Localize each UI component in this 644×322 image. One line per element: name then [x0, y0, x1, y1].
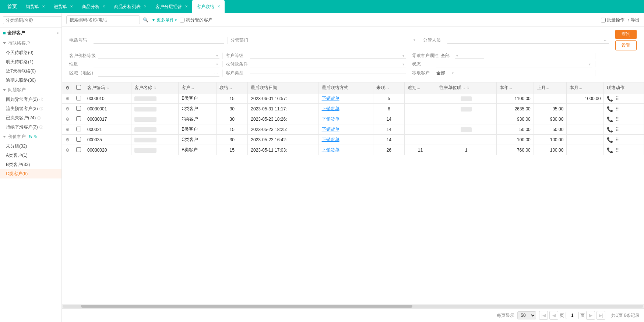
cust-level-select[interactable] [250, 53, 406, 59]
contact-method-link[interactable]: 下销货单 [322, 137, 339, 142]
batch-op-checkbox[interactable] [601, 18, 606, 22]
prev-page-button[interactable]: ◀ [549, 311, 558, 320]
horizontal-scrollbar[interactable] [62, 304, 644, 308]
th-gear[interactable]: ⚙ [62, 82, 73, 93]
sidebar-item-b-class[interactable]: B类客户(33) [0, 160, 61, 169]
first-page-button[interactable]: |◀ [539, 311, 548, 320]
contact-method-link[interactable]: 下销货单 [322, 116, 339, 121]
close-icon[interactable]: ✕ [42, 0, 45, 13]
more-actions-icon[interactable]: ⠿ [615, 106, 619, 112]
my-customers-checkbox-input[interactable] [180, 18, 184, 22]
dots-icon[interactable]: ··· [214, 70, 218, 75]
sidebar-value-title[interactable]: 价值客户 ↻ ✎ [0, 132, 61, 142]
more-actions-icon[interactable]: ⠿ [615, 137, 619, 143]
th-this-year[interactable]: 本年... [496, 82, 534, 93]
th-name[interactable]: 客户名称 ⇅ [131, 82, 179, 93]
th-last-contact-date[interactable]: 最后联络日期 [248, 82, 319, 93]
phone-icon[interactable]: 📞 [607, 106, 613, 112]
payment-select[interactable] [250, 61, 406, 67]
row-checkbox[interactable] [73, 114, 84, 124]
close-icon[interactable]: ✕ [102, 0, 105, 13]
search-input[interactable] [66, 15, 140, 24]
sidebar-item-today-pending[interactable]: 今天待联络(0) [0, 48, 61, 57]
sidebar-problem-title[interactable]: 问题客户 [0, 85, 61, 95]
sidebar-item-overdue-pending[interactable]: 逾期未联络(30) [0, 76, 61, 85]
phone-icon[interactable]: 📞 [607, 137, 613, 143]
row-last-contact-method[interactable]: 下销货单 [319, 145, 373, 155]
nature-select[interactable] [94, 61, 219, 67]
nav-tab-商品分析列表[interactable]: 商品分析列表 ✕ [110, 0, 151, 13]
dots-icon[interactable]: ··· [604, 38, 608, 43]
sidebar-item-a-class[interactable]: A类客户(1) [0, 151, 61, 160]
th-not-contacted[interactable]: 未联... [373, 82, 405, 93]
phone-icon[interactable]: 📞 [607, 96, 613, 102]
row-last-contact-method[interactable]: 下销货单 [319, 124, 373, 135]
nav-home[interactable]: 首页 [3, 0, 21, 13]
row-gear[interactable]: ⚙ [62, 135, 73, 145]
row-last-contact-method[interactable]: 下销货单 [319, 114, 373, 124]
select-all-checkbox[interactable] [76, 85, 81, 90]
batch-op-button[interactable]: 批量操作 [601, 17, 624, 23]
phone-icon[interactable]: 📞 [607, 127, 613, 132]
contact-method-link[interactable]: 下销货单 [322, 127, 339, 132]
manager-select[interactable]: ··· [447, 37, 609, 44]
row-gear[interactable]: ⚙ [62, 104, 73, 114]
per-page-select[interactable]: 50 100 200 [517, 311, 536, 319]
sidebar-item-7day-pending[interactable]: 近7天待联络(0) [0, 67, 61, 76]
row-checkbox[interactable] [73, 135, 84, 145]
edit-icon[interactable]: ✎ [34, 134, 38, 139]
retail-select[interactable] [450, 70, 472, 76]
row-last-contact-method[interactable]: 下销货单 [319, 104, 373, 114]
contact-method-link[interactable]: 下销货单 [322, 147, 339, 152]
sidebar-all-customers[interactable]: ■ 全部客户 « [0, 28, 61, 38]
contact-method-link[interactable]: 下销货单 [322, 106, 339, 111]
sidebar-pending-title[interactable]: 待联络客户 [0, 38, 61, 48]
sidebar-item-tomorrow-pending[interactable]: 明天待联络(1) [0, 57, 61, 67]
retail-attr-select[interactable] [455, 53, 484, 59]
close-icon[interactable]: ✕ [70, 0, 73, 13]
contact-method-link[interactable]: 下销货单 [322, 96, 339, 101]
cust-type-select[interactable] [250, 72, 406, 74]
more-actions-icon[interactable]: ⠿ [615, 147, 619, 153]
sidebar-item-declining[interactable]: 持续下滑客户(2) ⓘ [0, 123, 61, 132]
row-checkbox[interactable] [73, 124, 84, 135]
th-this-month[interactable]: 本月... [567, 82, 604, 93]
sidebar-item-churn-warning[interactable]: 流失预警客户(3) ⓘ [0, 104, 61, 113]
phone-icon[interactable]: 📞 [607, 116, 613, 122]
th-code[interactable]: 客户编码 ⇅ [84, 82, 131, 93]
row-checkbox[interactable] [73, 93, 84, 104]
more-actions-icon[interactable]: ⠿ [615, 127, 619, 132]
th-checkbox[interactable] [73, 82, 84, 93]
nav-tab-进货单[interactable]: 进货单 ✕ [49, 0, 77, 13]
scrollbar-thumb[interactable] [81, 305, 412, 308]
close-icon[interactable]: ✕ [144, 0, 147, 13]
row-gear[interactable]: ⚙ [62, 93, 73, 104]
status-select[interactable] [436, 61, 592, 67]
my-customers-checkbox[interactable]: 我分管的客户 [180, 17, 212, 23]
sidebar-item-ungrouped[interactable]: 未分组(32) [0, 142, 61, 151]
sidebar-item-repurchase-abnormal[interactable]: 回购异常客户(2) ⓘ [0, 95, 61, 104]
next-page-button[interactable]: ▶ [586, 311, 595, 320]
th-last-month[interactable]: 上月... [534, 82, 567, 93]
row-checkbox[interactable] [73, 145, 84, 155]
dept-select[interactable] [255, 37, 416, 43]
close-icon[interactable]: ✕ [217, 0, 220, 13]
th-unit-contact[interactable]: 往来单位联... ⇅ [436, 82, 496, 93]
sidebar-item-c-class[interactable]: C类客户(6) [0, 169, 61, 178]
row-checkbox[interactable] [73, 104, 84, 114]
th-last-contact-method[interactable]: 最后联络方式 [319, 82, 373, 93]
export-button[interactable]: ↑ 导出 [627, 17, 640, 23]
region-select[interactable]: ··· [98, 70, 219, 77]
th-contact-count[interactable]: 联络... [217, 82, 248, 93]
sidebar-item-churned[interactable]: 已流失客户(24) ⓘ [0, 113, 61, 123]
query-button[interactable]: 查询 [615, 30, 637, 39]
page-input[interactable] [566, 312, 579, 319]
more-conditions-button[interactable]: ▼ 更多条件 [151, 17, 177, 23]
more-actions-icon[interactable]: ⠿ [615, 116, 619, 122]
nav-tab-客户分层经营[interactable]: 客户分层经营 ✕ [151, 0, 192, 13]
row-gear[interactable]: ⚙ [62, 124, 73, 135]
th-action[interactable]: 联络动作 [604, 82, 644, 93]
phone-icon[interactable]: 📞 [607, 147, 613, 153]
close-icon[interactable]: ✕ [185, 0, 188, 13]
nav-tab-销货单[interactable]: 销货单 ✕ [21, 0, 49, 13]
